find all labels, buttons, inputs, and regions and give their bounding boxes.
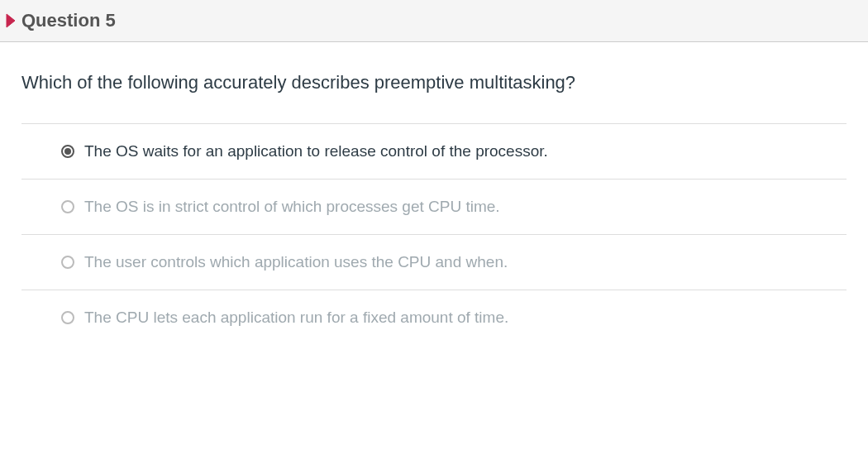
option-label: The user controls which application uses… <box>84 253 508 271</box>
option-row[interactable]: The OS is in strict control of which pro… <box>21 180 847 235</box>
option-label: The OS waits for an application to relea… <box>84 142 548 160</box>
option-row[interactable]: The CPU lets each application run for a … <box>21 290 847 345</box>
option-row[interactable]: The OS waits for an application to relea… <box>21 124 847 180</box>
question-body: Which of the following accurately descri… <box>0 42 868 345</box>
radio-button[interactable] <box>61 145 74 158</box>
option-row[interactable]: The user controls which application uses… <box>21 235 847 290</box>
question-title: Question 5 <box>21 10 116 31</box>
options-list: The OS waits for an application to relea… <box>21 123 847 345</box>
svg-marker-0 <box>7 14 15 27</box>
radio-button[interactable] <box>61 200 74 213</box>
radio-button[interactable] <box>61 256 74 269</box>
arrow-right-icon <box>5 13 17 28</box>
option-label: The OS is in strict control of which pro… <box>84 198 500 216</box>
radio-button[interactable] <box>61 311 74 324</box>
question-header: Question 5 <box>0 0 868 42</box>
option-label: The CPU lets each application run for a … <box>84 309 508 327</box>
question-text: Which of the following accurately descri… <box>21 72 847 93</box>
